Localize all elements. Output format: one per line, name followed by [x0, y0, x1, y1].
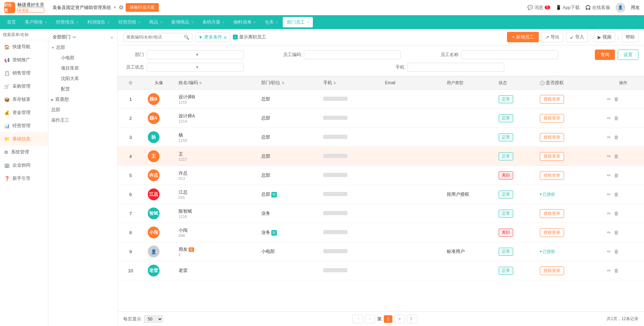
current-page-button[interactable]: 1: [384, 315, 392, 323]
system-arrow[interactable]: ▼: [113, 6, 117, 9]
edit-icon[interactable]: ✏: [607, 153, 611, 159]
close-icon[interactable]: ×: [45, 20, 47, 24]
auth-button[interactable]: 授权登录: [540, 209, 564, 218]
auth-button[interactable]: 授权登录: [540, 95, 564, 104]
tab-goods[interactable]: 商品 ×: [145, 17, 166, 27]
tab-profit[interactable]: 利润报告 ×: [83, 17, 114, 27]
edit-icon[interactable]: ✏: [607, 230, 611, 235]
delete-icon[interactable]: 🗑: [614, 153, 619, 159]
sidebar-item-marketing[interactable]: 📢 营销推广: [0, 53, 48, 67]
auth-button[interactable]: 授权登录: [540, 133, 564, 142]
sidebar-item-basic[interactable]: 📁 基础信息: [0, 132, 48, 146]
tree-edit-icon[interactable]: ✏: [73, 35, 76, 40]
tab-process[interactable]: 经营历程 ×: [114, 17, 145, 27]
auth-button[interactable]: 授权登录: [540, 114, 564, 123]
sort-icon[interactable]: ⇅: [199, 81, 202, 85]
close-icon[interactable]: ×: [107, 20, 109, 24]
tree-item-general[interactable]: ▼ 总部: [48, 42, 117, 53]
experience-button[interactable]: 体验行业方案: [126, 3, 159, 12]
close-icon[interactable]: ×: [254, 20, 256, 24]
auth-button[interactable]: 授权登录: [540, 152, 564, 161]
auth-button[interactable]: 授权登录: [540, 171, 564, 180]
tree-item-shuanglu[interactable]: ▶ 双鹿想: [48, 94, 117, 105]
auth-button[interactable]: 授权登录: [540, 228, 564, 237]
video-button[interactable]: ▶ 视频: [594, 32, 615, 42]
close-icon[interactable]: ×: [223, 20, 225, 24]
resigned-checkbox[interactable]: ✓: [233, 35, 238, 39]
next-page-button[interactable]: ＞: [394, 315, 405, 323]
user-avatar[interactable]: 👤: [616, 3, 625, 12]
delete-icon[interactable]: 🗑: [614, 115, 619, 121]
sidebar-item-system[interactable]: ⚙ 系统管理: [0, 146, 48, 159]
tree-item-peihuo[interactable]: 配货: [58, 84, 117, 94]
close-icon[interactable]: ×: [276, 20, 278, 24]
sidebar-item-sales[interactable]: 📋 销售管理: [0, 67, 48, 80]
delete-icon[interactable]: 🗑: [614, 173, 619, 178]
edit-icon[interactable]: ✏: [607, 211, 611, 216]
tree-collapse-icon[interactable]: «: [111, 35, 113, 40]
delete-icon[interactable]: 🗑: [614, 134, 619, 140]
sidebar-item-corp[interactable]: 🏢 企业协同: [0, 159, 48, 172]
filter-status-select[interactable]: ▼: [147, 63, 244, 72]
settings-icon[interactable]: ⚙: [119, 4, 124, 11]
edit-icon[interactable]: ✏: [607, 249, 611, 254]
edit-icon[interactable]: ✏: [607, 134, 611, 140]
filter-dept-select[interactable]: ▼: [147, 50, 244, 59]
tab-home[interactable]: 首页: [3, 17, 20, 27]
sort-icon[interactable]: ⇅: [282, 81, 284, 85]
sidebar-item-inventory[interactable]: 📦 库存核算: [0, 93, 48, 106]
delete-icon[interactable]: 🗑: [614, 211, 619, 216]
first-page-button[interactable]: 《: [352, 315, 363, 323]
filter-empname-input[interactable]: [461, 50, 558, 59]
sidebar-item-purchase[interactable]: 🛒 采购管理: [0, 80, 48, 93]
export-button[interactable]: ↗ 导出: [542, 32, 563, 42]
edit-icon[interactable]: ✏: [607, 96, 611, 102]
query-button[interactable]: 查询: [595, 50, 615, 60]
table-settings-icon[interactable]: ⚙: [128, 80, 133, 86]
help-button[interactable]: 帮助: [622, 32, 638, 42]
set-button[interactable]: 设置: [618, 50, 638, 60]
close-icon[interactable]: ×: [76, 20, 78, 24]
delete-icon[interactable]: 🗑: [614, 249, 619, 254]
info-icon[interactable]: ⓘ: [540, 81, 545, 86]
sidebar-item-quicknav[interactable]: 🏠 快捷导航: [0, 40, 48, 53]
tree-item-xiaodian[interactable]: 小电部: [58, 53, 117, 63]
auth-button[interactable]: 授权登录: [540, 266, 564, 275]
import-button[interactable]: ↙ 导入: [566, 32, 588, 42]
tab-barcode[interactable]: 条码方案 ×: [198, 17, 229, 27]
edit-icon[interactable]: ✏: [607, 268, 611, 273]
edit-icon[interactable]: ✏: [607, 173, 611, 178]
search-input[interactable]: [126, 35, 182, 39]
sidebar-item-guide[interactable]: ❓ 新手引导: [0, 172, 48, 185]
tree-item-shenyang[interactable]: 沈阳大库: [58, 73, 117, 84]
tab-customer[interactable]: 客户联络 ×: [21, 17, 51, 27]
close-icon[interactable]: ×: [138, 20, 140, 24]
last-page-button[interactable]: 》: [407, 315, 417, 323]
sidebar-search-input[interactable]: [3, 32, 55, 37]
show-resigned-toggle[interactable]: ✓ 显示离职员工: [233, 34, 266, 40]
sidebar-item-finance[interactable]: 💰 资金管理: [0, 106, 48, 119]
tab-addgoods[interactable]: 新增商品 ×: [167, 17, 198, 27]
filter-more-button[interactable]: ▼ 更多条件 ∧: [195, 32, 230, 42]
edit-icon[interactable]: ✏: [607, 192, 611, 197]
delete-icon[interactable]: 🗑: [614, 230, 619, 235]
filter-phone-input[interactable]: [407, 63, 504, 72]
delete-icon[interactable]: 🗑: [614, 192, 619, 197]
tree-item-project[interactable]: 项目库房: [58, 63, 117, 73]
delete-icon[interactable]: 🗑: [614, 96, 619, 102]
filter-empcode-input[interactable]: [304, 50, 401, 59]
online-service-action[interactable]: 🎧 在线客服: [585, 5, 610, 11]
close-icon[interactable]: ×: [160, 20, 162, 24]
close-icon[interactable]: ×: [307, 20, 309, 24]
tree-item-zongbu[interactable]: 总部: [48, 105, 117, 115]
prev-page-button[interactable]: ＜: [365, 315, 375, 323]
page-size-select[interactable]: 50 20 100: [144, 315, 163, 323]
add-staff-button[interactable]: + 新增员工: [507, 32, 538, 42]
sort-icon[interactable]: ⇅: [333, 81, 336, 85]
tab-business[interactable]: 经营情况 ×: [52, 17, 82, 27]
close-icon[interactable]: ×: [191, 20, 193, 24]
tree-item-miaopuwangsan[interactable]: 庙扑王三: [48, 115, 117, 125]
sidebar-item-operation[interactable]: 📊 经营管理: [0, 119, 48, 132]
tab-material[interactable]: 物料清单 ×: [229, 17, 260, 27]
app-download-action[interactable]: 📱 App下载: [556, 5, 580, 11]
